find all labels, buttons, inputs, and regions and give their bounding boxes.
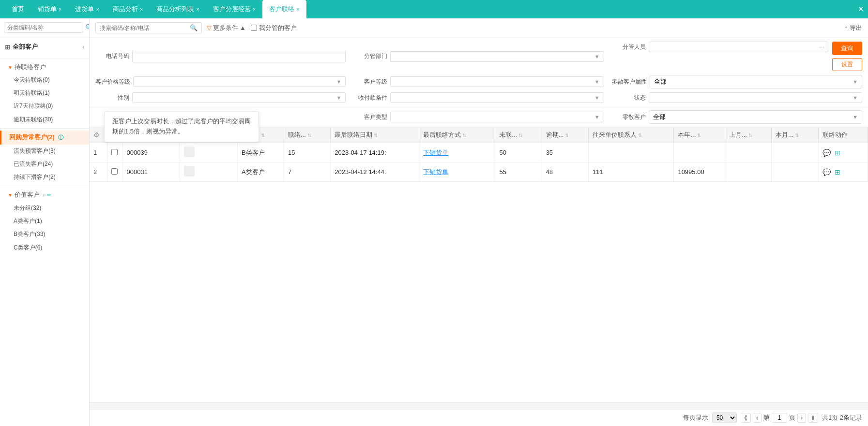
last-method-link-2[interactable]: 下销货单 [423, 168, 448, 176]
divider [0, 59, 89, 59]
nav-close-product-list[interactable]: × [196, 6, 199, 12]
customer-type-select[interactable]: ▼ [390, 112, 604, 122]
cell-last-month-1 [725, 143, 772, 162]
sidebar-value-group[interactable]: ▼ 价值客户 ○ ✏ [0, 188, 89, 202]
set-button[interactable]: 设置 [832, 58, 862, 71]
sidebar-all-customers[interactable]: ⊞ 全部客户 ‹ [0, 40, 89, 54]
nav-close-customer-contact[interactable]: × [296, 6, 299, 12]
filter-retail-customer: 零散客户 全部 ▼ [612, 110, 862, 124]
grade-select[interactable]: ▼ [390, 76, 604, 87]
filter-button[interactable]: ▽ 更多条件 ▲ [207, 24, 246, 32]
nav-close-customer-tier[interactable]: × [253, 6, 256, 12]
search-icon[interactable]: 🔍 [190, 24, 198, 31]
grid-action-icon-1[interactable]: ⊞ [835, 149, 840, 157]
row-checkbox-1[interactable] [111, 149, 118, 155]
query-button[interactable]: 查询 [832, 42, 862, 55]
filter-gender: 性别 ▼ [95, 92, 346, 103]
export-button[interactable]: ↑ 导出 [845, 24, 863, 32]
last-page-button[interactable]: ⟫ [808, 413, 818, 423]
cell-checkbox-1[interactable] [107, 143, 122, 162]
sidebar-item-b-type[interactable]: B类客户(33) [0, 228, 89, 241]
gender-select[interactable]: ▼ [132, 92, 346, 103]
nav-home[interactable]: 首页 [5, 0, 31, 18]
filter-dept: 分管部门 ▼ [353, 42, 604, 71]
dept-select[interactable]: ▼ [390, 51, 604, 62]
nav-close-product-analysis[interactable]: × [140, 6, 143, 12]
sidebar-item-lost-warning[interactable]: 流失预警客户(3) [0, 145, 89, 158]
sidebar-item-ungrouped[interactable]: 未分组(32) [0, 202, 89, 215]
sidebar-item-7days[interactable]: 近7天待联络(0) [0, 100, 89, 113]
filter-retail-attr: 零散客户属性 全部 ▼ [612, 75, 862, 88]
th-uncontacted[interactable]: 未联... ⇅ [495, 127, 542, 143]
sidebar-item-today[interactable]: 今天待联络(0) [0, 73, 89, 87]
nav-close-purchase[interactable]: × [96, 6, 99, 12]
status-select[interactable]: ▼ [649, 92, 862, 103]
row-checkbox-2[interactable] [111, 168, 118, 175]
sidebar-item-lost[interactable]: 已流失客户(24) [0, 158, 89, 171]
th-last-method[interactable]: 最后联络方式 ⇅ [419, 127, 495, 143]
sidebar-item-abnormal[interactable]: 回购异常客户(2) ⓘ [0, 131, 89, 145]
sidebar-item-declining[interactable]: 持续下滑客户(2) [0, 171, 89, 184]
th-last-date[interactable]: 最后联络日期 ⇅ [331, 127, 419, 143]
chevron-down-icon6: ▼ [336, 95, 341, 101]
nav-product-analysis[interactable]: 商品分析 × [106, 0, 150, 18]
prev-page-button[interactable]: ‹ [753, 413, 761, 423]
nav-sales[interactable]: 销货单 × [31, 0, 68, 18]
page-number-input[interactable] [772, 413, 787, 423]
phone-input[interactable] [132, 51, 346, 62]
nav-close-sales[interactable]: × [59, 6, 61, 12]
last-method-link-1[interactable]: 下销货单 [423, 149, 448, 156]
cell-contact-2: 7 [284, 162, 331, 182]
action-icons-2: 💬 ⊞ [822, 168, 864, 176]
horizontal-scrollbar[interactable] [90, 402, 868, 409]
my-customer-check[interactable] [251, 25, 257, 31]
gear-icon[interactable]: ⚙ [93, 131, 100, 139]
th-overdue[interactable]: 逾期... ⇅ [542, 127, 588, 143]
person-select[interactable]: ··· [649, 42, 828, 52]
edit2-icon[interactable]: ✏ [47, 192, 51, 198]
sidebar-search-input[interactable] [4, 22, 83, 33]
payment-select[interactable]: ▼ [390, 92, 604, 103]
nav-customer-contact[interactable]: 客户联络 × [262, 0, 306, 18]
sidebar-pending-group[interactable]: ▼ 待联络客户 [0, 61, 89, 73]
first-page-button[interactable]: ⟪ [741, 413, 751, 423]
cell-checkbox-2[interactable] [107, 162, 122, 182]
nav-purchase[interactable]: 进货单 × [68, 0, 106, 18]
per-page-select[interactable]: 50 100 200 [712, 412, 737, 423]
cell-name-1 [180, 143, 238, 162]
chevron-down-icon8: ▼ [853, 95, 858, 101]
sort-icon3: ⇅ [261, 132, 265, 138]
next-page-button[interactable]: › [797, 413, 806, 423]
sidebar-search-icon[interactable]: 🔍 [85, 24, 90, 31]
cell-last-method-2[interactable]: 下销货单 [419, 162, 495, 182]
sidebar-item-a-type[interactable]: A类客户(1) [0, 215, 89, 228]
sidebar-item-c-type[interactable]: C类客户(6) [0, 241, 89, 254]
sidebar-item-tomorrow[interactable]: 明天待联络(1) [0, 87, 89, 100]
window-close-button[interactable]: × [859, 5, 863, 14]
sidebar-item-overdue[interactable]: 逾期未联络(30) [0, 113, 89, 126]
th-this-year[interactable]: 本年... ⇅ [674, 127, 725, 143]
grid-action-icon-2[interactable]: ⊞ [835, 168, 840, 176]
my-customer-checkbox[interactable]: 我分管的客户 [251, 24, 297, 32]
page-navigation: ⟪ ‹ 第 页 › ⟫ [741, 413, 818, 423]
th-contact-person[interactable]: 往来单位联系人 ⇅ [588, 127, 674, 143]
edit-icon[interactable]: ○ [43, 192, 46, 198]
chevron-left-icon: ‹ [82, 44, 84, 50]
th-this-month[interactable]: 本月... ⇅ [772, 127, 818, 143]
data-table-container[interactable]: ⚙ 客户编码 ⇅ 客户名称 [90, 127, 868, 402]
cell-this-year-1 [674, 143, 725, 162]
cell-last-method-1[interactable]: 下销货单 [419, 143, 495, 162]
chat-icon-1[interactable]: 💬 [822, 149, 831, 157]
nav-product-list[interactable]: 商品分析列表 × [150, 0, 206, 18]
filter-area: 电话号码 分管部门 ▼ 分管人员 ··· 查 [90, 38, 868, 107]
th-last-month[interactable]: 上月... ⇅ [725, 127, 772, 143]
info-icon[interactable]: ⓘ [58, 134, 63, 140]
search-input[interactable] [100, 25, 188, 31]
nav-customer-tier[interactable]: 客户分层经营 × [206, 0, 262, 18]
th-contact[interactable]: 联络... ⇅ [284, 127, 331, 143]
retail-attr-select[interactable]: 全部 ▼ [650, 75, 862, 88]
price-grade-select[interactable]: ▼ [133, 76, 346, 87]
sort-icon12: ⇅ [795, 132, 799, 138]
chat-icon-2[interactable]: 💬 [822, 168, 831, 176]
retail-customer-select[interactable]: 全部 ▼ [649, 110, 862, 124]
